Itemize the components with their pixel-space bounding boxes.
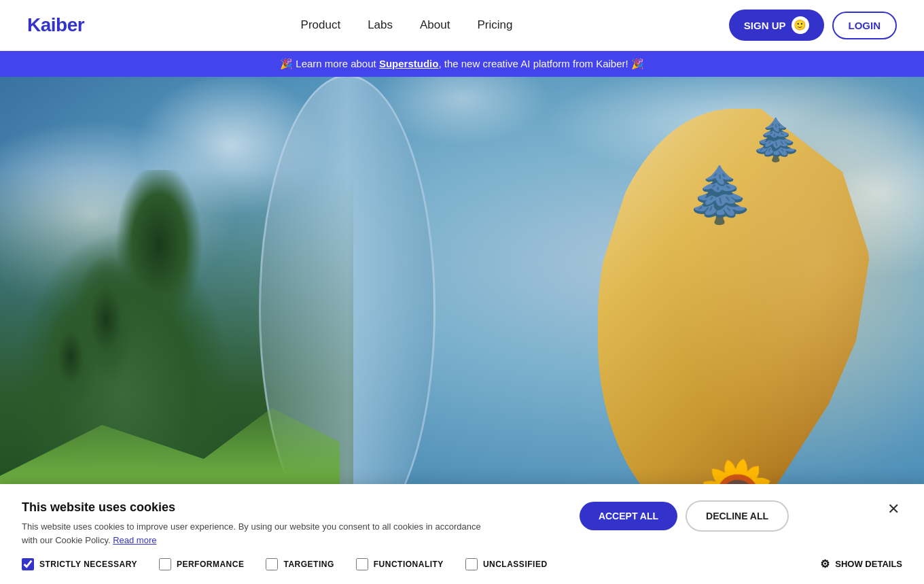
navbar: Kaiber Product Labs About Pricing SIGN U… [0, 0, 924, 51]
superstudio-link[interactable]: Superstudio [379, 58, 439, 69]
cookie-close-button[interactable]: ✕ [885, 500, 902, 518]
smiley-icon: 🙂 [792, 16, 809, 34]
signup-label: SIGN UP [744, 20, 786, 31]
nav-actions: SIGN UP 🙂 LOGIN [729, 10, 897, 41]
cookie-banner: This website uses cookies This website u… [0, 484, 924, 544]
announcement-prefix: 🎉 Learn more about [280, 58, 379, 69]
cookie-description: This website uses cookies to improve use… [22, 520, 497, 544]
nav-link-about[interactable]: About [420, 18, 450, 31]
cookie-content: This website uses cookies This website u… [22, 500, 497, 544]
cookie-read-more[interactable]: Read more [113, 535, 156, 545]
login-button[interactable]: LOGIN [832, 12, 898, 39]
hero-section: 🌻 🌲 🌲 [0, 75, 924, 544]
announcement-banner: 🎉 Learn more about Superstudio, the new … [0, 51, 924, 77]
decline-all-button[interactable]: DECLINE ALL [686, 500, 789, 532]
cookie-actions: ACCEPT ALL DECLINE ALL [580, 500, 789, 532]
cookie-desc-text: This website uses cookies to improve use… [22, 521, 481, 544]
announcement-suffix: , the new creative AI platform from Kaib… [438, 58, 643, 69]
signup-button[interactable]: SIGN UP 🙂 [729, 10, 824, 41]
hero-tree-top-2: 🌲 [751, 116, 802, 164]
nav-link-labs[interactable]: Labs [368, 18, 393, 31]
cookie-main-row: This website uses cookies This website u… [22, 500, 902, 544]
nav-links: Product Labs About Pricing [301, 18, 513, 32]
nav-link-pricing[interactable]: Pricing [477, 18, 512, 31]
accept-all-button[interactable]: ACCEPT ALL [580, 502, 677, 530]
cookie-title: This website uses cookies [22, 500, 497, 515]
nav-link-product[interactable]: Product [301, 18, 341, 31]
hero-tree-top: 🌲 [686, 163, 754, 227]
hero-background: 🌻 🌲 🌲 [0, 75, 924, 544]
brand-logo[interactable]: Kaiber [27, 14, 84, 36]
